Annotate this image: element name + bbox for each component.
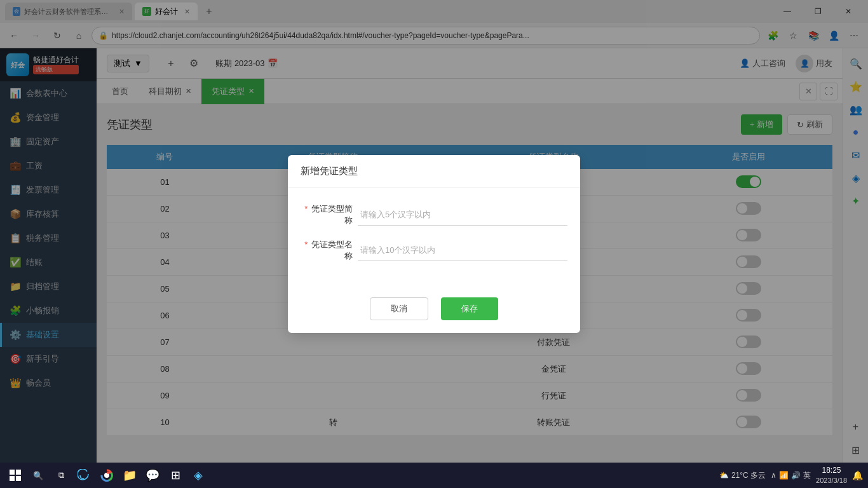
clock-time: 18:25 (816, 465, 847, 476)
save-button[interactable]: 保存 (441, 297, 498, 320)
task-view-button[interactable]: ⧉ (51, 465, 71, 485)
network-icon: 📶 (779, 471, 789, 480)
edge-taskbar-icon[interactable] (74, 465, 94, 485)
taskbar-right: ⛅ 21°C 多云 ∧ 📶 🔊 英 18:25 2023/3/18 🔔 (719, 465, 863, 485)
field-label-full: * 凭证类型名称 (301, 239, 358, 262)
chevron-icon[interactable]: ∧ (771, 471, 776, 480)
explorer-taskbar-icon[interactable]: 📁 (119, 465, 140, 485)
field-label-short: * 凭证类型简称 (301, 203, 358, 226)
windows-logo (10, 470, 21, 481)
taskbar: 🔍 ⧉ 📁 💬 ⊞ ◈ ⛅ 21°C 多云 ∧ 📶 🔊 英 18:25 2023… (0, 463, 868, 488)
win-logo-sq3 (10, 476, 15, 481)
modal-overlay: 新增凭证类型 * 凭证类型简称 * 凭证类型名称 取消 保存 (0, 0, 868, 488)
win-logo-sq1 (10, 470, 15, 475)
apps-taskbar-icon[interactable]: ⊞ (165, 465, 186, 485)
language-indicator: 英 (803, 470, 811, 481)
form-field-full: * 凭证类型名称 (301, 239, 567, 262)
volume-icon: 🔊 (791, 471, 801, 480)
voucher-full-name-input[interactable] (358, 240, 567, 261)
weather-text: 21°C 多云 (731, 470, 766, 481)
edge2-taskbar-icon[interactable]: ◈ (188, 465, 208, 485)
taskbar-clock[interactable]: 18:25 2023/3/18 (816, 465, 847, 485)
form-field-short: * 凭证类型简称 (301, 203, 567, 226)
start-button[interactable] (5, 465, 25, 485)
weather-info: ⛅ 21°C 多云 (719, 470, 766, 481)
required-mark-short: * (304, 204, 308, 214)
modal-footer: 取消 保存 (288, 290, 580, 333)
search-taskbar-button[interactable]: 🔍 (28, 465, 48, 485)
required-mark-full: * (304, 240, 308, 249)
modal-body: * 凭证类型简称 * 凭证类型名称 (288, 188, 580, 290)
voucher-short-name-input[interactable] (358, 204, 567, 226)
chrome-taskbar-icon[interactable] (97, 465, 117, 485)
modal-header: 新增凭证类型 (288, 155, 580, 188)
win-logo-sq4 (16, 476, 21, 481)
clock-date: 2023/3/18 (816, 476, 847, 485)
system-tray: ∧ 📶 🔊 英 (771, 470, 811, 481)
add-voucher-type-modal: 新增凭证类型 * 凭证类型简称 * 凭证类型名称 取消 保存 (288, 155, 580, 333)
cancel-button[interactable]: 取消 (370, 297, 428, 320)
notifications-button[interactable]: 🔔 (852, 470, 863, 480)
wechat-taskbar-icon[interactable]: 💬 (142, 465, 163, 485)
weather-icon: ⛅ (719, 471, 729, 480)
win-logo-sq2 (16, 470, 21, 475)
modal-title: 新增凭证类型 (301, 165, 358, 176)
